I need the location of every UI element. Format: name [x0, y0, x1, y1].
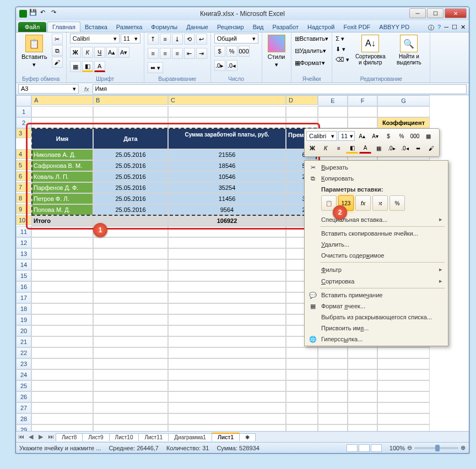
fill-color-button[interactable]: ◧ [82, 61, 93, 72]
tab-dev[interactable]: Разработ [268, 22, 303, 32]
sheet-tab[interactable]: Лист10 [109, 433, 139, 441]
percent-icon[interactable]: % [226, 46, 237, 57]
mini-size-select[interactable]: 11▾ [338, 131, 355, 141]
align-top-icon[interactable]: ⤒ [148, 34, 159, 45]
delete-cells-button[interactable]: ⊟ Удалить ▾ [295, 46, 326, 56]
row-header[interactable]: 25 [16, 380, 31, 391]
zoom-slider[interactable] [414, 447, 458, 449]
number-format-select[interactable]: Общий▾ [214, 34, 258, 43]
close-button[interactable]: ✕ [445, 8, 467, 18]
autosum-button[interactable]: Σ ▾ [336, 34, 349, 43]
view-layout-icon[interactable] [359, 444, 370, 452]
col-header[interactable]: B [93, 95, 168, 105]
ctx-copy[interactable]: ⧉Копировать [306, 173, 447, 184]
maximize-button[interactable]: ☐ [427, 8, 443, 18]
sort-filter-button[interactable]: A↓Сортировка и фильтр [351, 34, 389, 67]
col-header[interactable]: G [377, 95, 430, 106]
ctx-dropdown[interactable]: Выбрать из раскрывающегося списка... [306, 312, 447, 323]
col-header[interactable]: C [168, 95, 286, 105]
paste-transpose-icon[interactable]: ⤭ [372, 195, 388, 211]
row-header[interactable]: 10 [16, 215, 31, 225]
row-header[interactable]: 1 [16, 106, 31, 117]
comma-icon[interactable]: 000 [239, 46, 250, 57]
tab-addins[interactable]: Надстрой [303, 22, 339, 32]
minimize-button[interactable]: ─ [409, 8, 426, 18]
tab-abbyy[interactable]: ABBYY PD [375, 22, 414, 32]
tab-foxit[interactable]: Foxit PDF [339, 22, 375, 32]
format-painter-icon[interactable]: 🖌 [52, 57, 63, 68]
mini-border-icon[interactable]: ▦ [372, 143, 385, 154]
orientation-icon[interactable]: ⟲ [184, 34, 195, 45]
row-header[interactable]: 6 [16, 171, 31, 181]
sheet-tab[interactable]: Лист8 [56, 433, 83, 441]
zoom-control[interactable]: 100%⊖⊕ [390, 444, 466, 451]
find-select-button[interactable]: 🔍Найти и выделить [391, 34, 426, 67]
tab-data[interactable]: Данные [182, 22, 213, 32]
col-header[interactable]: F [348, 95, 377, 106]
row-header[interactable]: 22 [16, 347, 31, 358]
view-normal-icon[interactable] [347, 444, 358, 452]
row-header[interactable]: 11 [16, 226, 31, 237]
tab-review[interactable]: Рецензир [213, 22, 248, 32]
row-header[interactable]: 16 [16, 281, 31, 292]
row-header[interactable]: 28 [16, 413, 31, 424]
ctx-cut[interactable]: ✂Вырезать [306, 162, 447, 173]
paste-formulas-icon[interactable]: fx [355, 195, 371, 211]
grow-font-icon[interactable]: A▴ [106, 47, 117, 58]
sheet-tab[interactable]: Диаграмма1 [168, 433, 212, 441]
row-header[interactable]: 13 [16, 248, 31, 259]
paste-formatting-icon[interactable]: % [390, 195, 405, 211]
col-header[interactable]: D [286, 95, 318, 105]
tab-view[interactable]: Вид [248, 22, 268, 32]
row-header[interactable]: 29 [16, 424, 31, 431]
mini-painter-icon[interactable]: 🖌 [425, 143, 437, 154]
sheet-nav[interactable]: ⏮◀▶⏭ [16, 433, 56, 440]
win-restore-icon[interactable]: ☐ [452, 24, 457, 32]
row-header[interactable]: 12 [16, 237, 31, 248]
merge-button[interactable]: ⬌ ▾ [148, 62, 163, 73]
row-header[interactable]: 27 [16, 402, 31, 413]
align-bottom-icon[interactable]: ⤓ [172, 34, 183, 45]
cut-icon[interactable]: ✂ [52, 34, 63, 45]
mini-bold-icon[interactable]: Ж [306, 143, 318, 154]
ctx-sort[interactable]: Сортировка▸ [306, 275, 447, 287]
row-header[interactable]: 15 [16, 270, 31, 281]
mini-fill-icon[interactable]: ◧ [346, 143, 358, 154]
mini-comma-icon[interactable]: 000 [409, 130, 421, 141]
win-close-icon[interactable]: ✕ [461, 24, 466, 32]
row-header[interactable]: 21 [16, 336, 31, 347]
mini-format-icon[interactable]: ▦ [422, 130, 434, 141]
paste-button[interactable]: 📋 Вставить ▾ [19, 34, 50, 69]
align-right-icon[interactable]: ≡ [172, 48, 183, 59]
copy-icon[interactable]: ⧉ [52, 45, 63, 56]
row-header[interactable]: 17 [16, 292, 31, 303]
row-header[interactable]: 24 [16, 369, 31, 380]
row-header[interactable]: 20 [16, 325, 31, 336]
ctx-hyperlink[interactable]: 🌐Гиперссылка... [306, 334, 447, 345]
align-middle-icon[interactable]: ≡ [160, 34, 171, 45]
ctx-comment[interactable]: 💬Вставить примечание [306, 290, 447, 301]
ctx-insert-copied[interactable]: Вставить скопированные ячейки... [306, 228, 447, 239]
fx-icon[interactable]: fx [84, 86, 89, 92]
border-button[interactable]: ▦ [70, 61, 81, 72]
align-center-icon[interactable]: ≡ [160, 48, 171, 59]
row-header[interactable]: 14 [16, 259, 31, 270]
ctx-filter[interactable]: Фильтр▸ [306, 264, 447, 275]
row-header[interactable]: 4 [16, 149, 31, 159]
mini-decdec-icon[interactable]: .0◂ [399, 143, 411, 154]
mini-decinc-icon[interactable]: .0▸ [386, 143, 398, 154]
sheet-tab-active[interactable]: Лист1 [212, 433, 240, 441]
col-header[interactable]: A [31, 95, 93, 105]
select-all-corner[interactable] [16, 95, 31, 106]
ctx-clear[interactable]: Очистить содержимое [306, 250, 447, 261]
italic-button[interactable]: К [82, 47, 93, 58]
mini-currency-icon[interactable]: $ [382, 130, 394, 141]
name-box[interactable]: A3▾ [18, 84, 79, 94]
worksheet-grid[interactable]: A B C D E F G 1 2Коэффициент 3 Имя Дата … [16, 95, 469, 431]
ctx-paste-special[interactable]: Специальная вставка...▸ [306, 214, 447, 225]
mini-italic-icon[interactable]: К [320, 143, 332, 154]
tab-formulas[interactable]: Формулы [147, 22, 182, 32]
tab-home[interactable]: Главная [47, 21, 80, 32]
tab-insert[interactable]: Вставка [80, 22, 112, 32]
font-size-select[interactable]: 11▾ [121, 34, 140, 43]
